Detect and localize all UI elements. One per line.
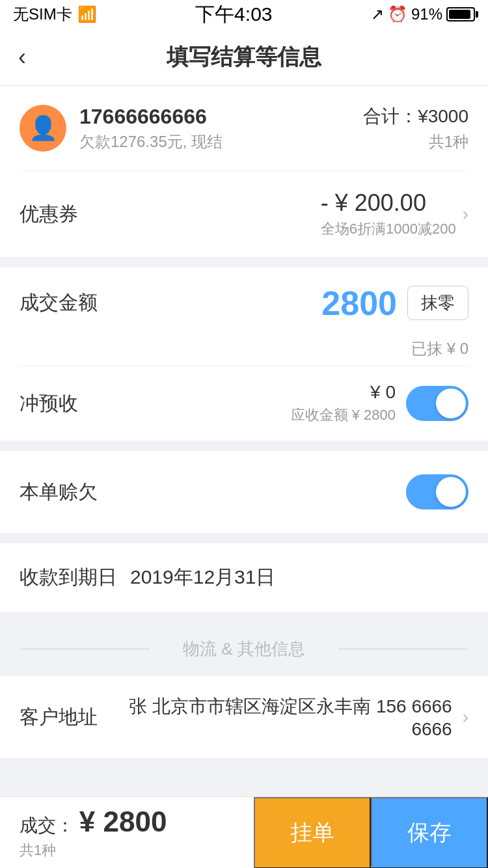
avatar: 👤 [20, 105, 66, 152]
amount-right: 2800 抹零 [321, 286, 468, 320]
customer-total: 合计：¥3000 [363, 104, 468, 129]
nav-bar: ‹ 填写结算等信息 [0, 29, 488, 86]
carrier-text: 无SIM卡 [13, 4, 72, 25]
customer-row: 👤 17666666666 欠款1276.35元, 现结 合计：¥3000 共1… [20, 86, 468, 170]
battery-icon [446, 7, 475, 21]
duedate-value: 2019年12月31日 [130, 564, 275, 591]
back-button[interactable]: ‹ [18, 44, 26, 71]
duedate-section: 收款到期日 2019年12月31日 [0, 543, 488, 612]
content-area: 👤 17666666666 欠款1276.35元, 现结 合计：¥3000 共1… [0, 86, 488, 868]
address-section: 客户地址 张 北京市市辖区海淀区永丰南 156 6666 6666 › [0, 676, 488, 758]
page-title: 填写结算等信息 [167, 42, 321, 72]
coupon-desc: 全场6折满1000减200 [321, 219, 456, 239]
save-button[interactable]: 保存 [371, 797, 488, 869]
divider-line-right [338, 649, 468, 649]
deal-label: 成交： [20, 815, 74, 835]
duedate-row: 收款到期日 2019年12月31日 [20, 543, 468, 612]
prereceive-row: 冲预收 ¥ 0 应收金额 ¥ 2800 [20, 366, 468, 441]
status-bar: 无SIM卡 📶 下午4:03 ↗ ⏰ 91% [0, 0, 488, 29]
prereceive-sub: 应收金额 ¥ 2800 [291, 405, 396, 425]
address-value: 张 北京市市辖区海淀区永丰南 156 6666 6666 [108, 694, 452, 740]
prereceive-toggle[interactable] [406, 386, 468, 421]
coupon-amount: - ¥ 200.00 [321, 189, 456, 217]
customer-card: 👤 17666666666 欠款1276.35元, 现结 合计：¥3000 共1… [0, 86, 488, 257]
status-right: ↗ ⏰ 91% [371, 5, 475, 23]
deferred-label: 本单赊欠 [20, 479, 98, 506]
duedate-label: 收款到期日 [20, 564, 117, 591]
customer-debt: 欠款1276.35元, 现结 [79, 131, 223, 152]
customer-info: 17666666666 欠款1276.35元, 现结 [79, 105, 223, 152]
bottom-summary: 成交： ¥ 2800 共1种 [0, 806, 254, 860]
coupon-row[interactable]: 优惠券 - ¥ 200.00 全场6折满1000减200 › [20, 170, 468, 257]
deferred-section: 本单赊欠 [0, 451, 488, 533]
amount-value: 2800 [321, 286, 397, 320]
bottom-deal-row: 成交： ¥ 2800 [20, 806, 234, 838]
deal-amount: ¥ 2800 [79, 806, 167, 837]
address-row[interactable]: 客户地址 张 北京市市辖区海淀区永丰南 156 6666 6666 › [20, 676, 468, 758]
amount-label: 成交金额 [20, 290, 98, 316]
alarm-icon: ⏰ [388, 5, 407, 23]
amount-sub: 已抹 ¥ 0 [20, 338, 468, 366]
status-time: 下午4:03 [195, 1, 272, 28]
customer-left: 👤 17666666666 欠款1276.35元, 现结 [20, 105, 223, 152]
divider-text: 物流 & 其他信息 [183, 638, 305, 660]
address-label: 客户地址 [20, 704, 98, 731]
address-chevron-icon: › [463, 707, 468, 727]
deferred-toggle[interactable] [406, 474, 468, 509]
customer-right: 合计：¥3000 共1种 [363, 104, 468, 152]
battery-fill [449, 10, 470, 19]
amount-row: 成交金额 2800 抹零 [20, 267, 468, 338]
divider-section: 物流 & 其他信息 [0, 622, 488, 676]
prereceive-right: ¥ 0 应收金额 ¥ 2800 [291, 382, 468, 425]
deferred-row: 本单赊欠 [20, 451, 468, 533]
coupon-right: - ¥ 200.00 全场6折满1000减200 › [321, 189, 468, 239]
round-button[interactable]: 抹零 [407, 286, 468, 320]
hold-button[interactable]: 挂单 [254, 797, 371, 869]
bottom-bar: 成交： ¥ 2800 共1种 挂单 保存 [0, 796, 488, 868]
prereceive-values: ¥ 0 应收金额 ¥ 2800 [291, 382, 396, 425]
coupon-info: - ¥ 200.00 全场6折满1000减200 [321, 189, 456, 239]
coupon-label: 优惠券 [20, 201, 78, 228]
customer-phone: 17666666666 [79, 105, 223, 129]
customer-count: 共1种 [363, 131, 468, 152]
wifi-icon: 📶 [77, 5, 97, 23]
location-icon: ↗ [371, 5, 384, 23]
prereceive-amount: ¥ 0 [291, 382, 396, 403]
deal-count: 共1种 [20, 841, 234, 860]
chevron-right-icon: › [463, 204, 468, 224]
amount-section: 成交金额 2800 抹零 已抹 ¥ 0 冲预收 ¥ 0 应收金额 ¥ 2800 [0, 267, 488, 441]
battery-percent: 91% [411, 5, 442, 23]
status-left: 无SIM卡 📶 [13, 4, 97, 25]
divider-line-left [20, 649, 150, 649]
prereceive-label: 冲预收 [20, 390, 78, 417]
